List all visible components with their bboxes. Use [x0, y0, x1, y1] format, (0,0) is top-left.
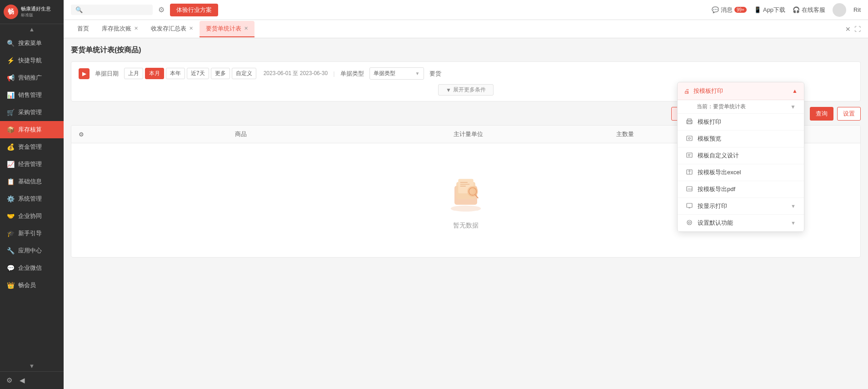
collapse-icon[interactable]: ◀	[20, 376, 25, 384]
tab-close-inventory-batch[interactable]: ✕	[134, 25, 138, 31]
page-content: 要货单统计表(按商品) ▶ 单据日期 上月 本月 本年 近7天 更多 自定义 2…	[64, 38, 868, 389]
date-range: 2023-06-01 至 2023-06-30	[264, 70, 328, 77]
online-service-item[interactable]: 🎧 在线客服	[793, 6, 825, 14]
svg-rect-12	[688, 122, 691, 124]
type-select-chevron: ▼	[415, 71, 420, 76]
topbar-search-input[interactable]	[85, 7, 140, 13]
svg-rect-9	[460, 186, 466, 187]
online-service-label: 在线客服	[802, 6, 825, 14]
topbar-search-wrap: 🔍	[71, 5, 153, 15]
dropdown-item-design[interactable]: 模板自定义设计	[678, 147, 804, 164]
guide-icon: 🎓	[6, 230, 15, 237]
experience-btn[interactable]: 体验行业方案	[170, 4, 218, 16]
tab-inventory-batch[interactable]: 库存批次账 ✕	[95, 21, 145, 37]
svg-rect-7	[460, 182, 468, 183]
current-label: 当前：要货单统计表	[697, 103, 746, 111]
th-settings[interactable]: ⚙	[71, 131, 91, 138]
app-download-label: App下载	[763, 6, 785, 14]
member-icon: 👑	[6, 282, 15, 289]
th-product: 商品	[91, 130, 390, 138]
sidebar-scroll-up[interactable]: ▲	[0, 24, 64, 35]
topbar-right: 💬 消息 99+ 📱 App下载 🎧 在线客服 Rit	[712, 3, 861, 17]
item-pdf-icon: PDF	[686, 186, 693, 193]
topbar: 🔍 ⚙ 体验行业方案 💬 消息 99+ 📱 App下载 🎧 在线客服 Rit	[64, 0, 868, 20]
logo-icon: 畅	[4, 5, 18, 19]
date-btn-more[interactable]: 更多	[211, 68, 230, 79]
tab-home[interactable]: 首页	[71, 21, 95, 37]
sidebar-item-sales[interactable]: 📊 销售管理	[0, 86, 64, 104]
date-btn-this-year[interactable]: 本年	[166, 68, 185, 79]
query-btn[interactable]: 查询	[810, 107, 833, 121]
message-badge: 99+	[734, 7, 747, 13]
sidebar-scroll-down[interactable]: ▼	[0, 361, 64, 371]
tab-close-order-stats[interactable]: ✕	[244, 25, 248, 31]
sidebar-nav: 🔍 搜索菜单 ⚡ 快捷导航 📢 营销推广 📊 销售管理 🛒 采购管理 📦 库存核…	[0, 35, 64, 361]
expand-more-icon: ▼	[446, 87, 451, 93]
sidebar-item-member[interactable]: 👑 畅会员	[0, 277, 64, 294]
sidebar-item-shortcuts[interactable]: ⚡ 快捷导航	[0, 52, 64, 69]
svg-point-28	[688, 222, 690, 223]
empty-text: 暂无数据	[453, 222, 479, 230]
sidebar-item-marketing[interactable]: 📢 营销推广	[0, 69, 64, 86]
shortcuts-icon: ⚡	[6, 57, 15, 64]
date-buttons: 上月 本月 本年 近7天 更多 自定义	[124, 68, 256, 79]
svg-point-14	[688, 137, 690, 139]
sidebar-item-inventory[interactable]: 📦 库存核算	[0, 121, 64, 138]
tab-receipts-summary[interactable]: 收发存汇总表 ✕	[145, 21, 200, 37]
system-icon: ⚙️	[6, 195, 15, 202]
current-chevron: ▼	[790, 104, 796, 110]
svg-rect-13	[687, 136, 692, 141]
default-settings-icon	[686, 219, 693, 227]
date-btn-last-month[interactable]: 上月	[124, 68, 143, 79]
sidebar-item-finance[interactable]: 💰 资金管理	[0, 138, 64, 156]
dropdown-item-pdf[interactable]: PDF 按模板导出pdf	[678, 181, 804, 198]
expand-more-btn[interactable]: ▼ 展开更多条件	[438, 84, 494, 96]
inventory-icon: 📦	[6, 126, 15, 133]
type-select[interactable]: 单据类型 ▼	[369, 67, 424, 80]
message-item[interactable]: 💬 消息 99+	[712, 6, 747, 14]
date-btn-7days[interactable]: 近7天	[187, 68, 209, 79]
dropdown-item-print[interactable]: 模板打印	[678, 114, 804, 131]
th-unit: 主计量单位	[390, 130, 547, 138]
sidebar-item-search[interactable]: 🔍 搜索菜单	[0, 35, 64, 52]
svg-rect-24	[687, 203, 692, 207]
app-download-item[interactable]: 📱 App下载	[754, 6, 785, 14]
dropdown-header[interactable]: 🖨 按模板打印 ▲	[678, 82, 804, 100]
dropdown-current[interactable]: 当前：要货单统计表 ▼	[678, 100, 804, 114]
sidebar-item-operations[interactable]: 📈 经营管理	[0, 156, 64, 173]
sidebar-item-weixin[interactable]: 💬 企业微信	[0, 259, 64, 277]
tab-expand-btn[interactable]: ⛶	[854, 25, 861, 33]
dropdown-section-display-print[interactable]: 按显示打印 ▼	[678, 198, 804, 215]
svg-point-0	[451, 206, 481, 212]
sidebar-item-enterprise[interactable]: 🤝 企业协同	[0, 207, 64, 225]
settings-btn[interactable]: 设置	[837, 107, 861, 121]
tab-close-btn[interactable]: ✕	[845, 25, 851, 33]
sidebar-item-guide[interactable]: 🎓 新手引导	[0, 225, 64, 242]
dropdown-item-preview[interactable]: 模板预览	[678, 131, 804, 147]
date-btn-custom[interactable]: 自定义	[232, 68, 256, 79]
tab-order-stats[interactable]: 要货单统计表 ✕	[200, 21, 254, 37]
item-print-icon	[686, 118, 693, 126]
filter-expand-icon[interactable]: ▶	[79, 68, 90, 79]
headset-icon: 🎧	[793, 6, 800, 13]
app-name: 畅康通好生意	[21, 5, 51, 12]
sidebar-item-basics[interactable]: 📋 基础信息	[0, 173, 64, 190]
settings-footer-icon[interactable]: ⚙	[6, 376, 12, 384]
topbar-gear-icon[interactable]: ⚙	[158, 5, 165, 14]
sidebar-item-purchase[interactable]: 🛒 采购管理	[0, 104, 64, 121]
dropdown-header-chevron: ▲	[792, 88, 798, 94]
tab-close-receipts-summary[interactable]: ✕	[189, 25, 193, 31]
apps-icon: 🔧	[6, 247, 15, 254]
avatar[interactable]	[833, 3, 846, 17]
date-btn-this-month[interactable]: 本月	[145, 68, 164, 79]
tabs-right: ✕ ⛶	[845, 25, 861, 33]
sidebar-item-system[interactable]: ⚙️ 系统管理	[0, 190, 64, 207]
sidebar-item-apps[interactable]: 🔧 应用中心	[0, 242, 64, 259]
sidebar-logo: 畅 畅康通好生意 标准版	[0, 0, 64, 24]
tabs-bar: 首页 库存批次账 ✕ 收发存汇总表 ✕ 要货单统计表 ✕ ✕ ⛶	[64, 20, 868, 38]
enterprise-icon: 🤝	[6, 212, 15, 220]
dropdown-item-excel[interactable]: 按模板导出excel	[678, 164, 804, 181]
item-design-icon	[686, 152, 693, 160]
dropdown-section-default[interactable]: 设置默认功能 ▼	[678, 215, 804, 232]
page-title: 要货单统计表(按商品)	[71, 45, 861, 55]
